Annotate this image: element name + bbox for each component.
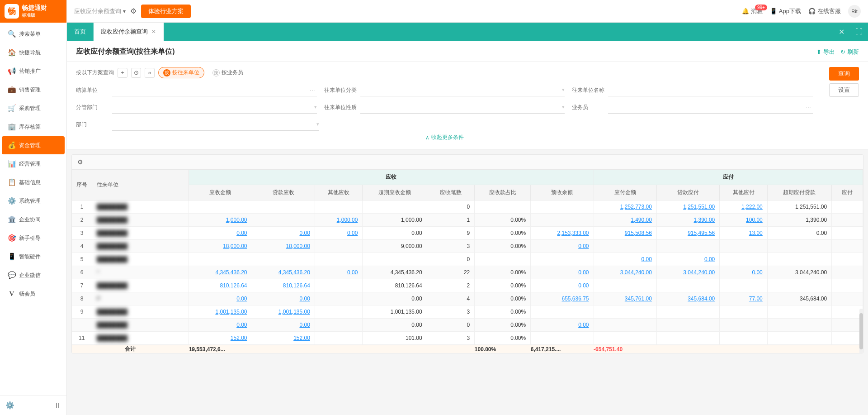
cell-ap-other[interactable] [720,319,768,332]
sidebar-item-member[interactable]: V 畅会员 [2,285,65,303]
cell-ar-amt[interactable]: 4,345,436.20 [189,266,252,279]
cell-ar-amt[interactable]: 810,126.64 [189,279,252,292]
table-settings-icon[interactable]: ⚙ [77,158,83,166]
cell-ap-other[interactable] [720,240,768,253]
sidebar-item-finance[interactable]: 💰 资金管理 [2,136,65,154]
collapse-icon[interactable]: ⏸ [52,400,63,411]
cell-ar-prepay[interactable]: 0.00 [531,279,594,292]
cell-ap-other[interactable]: 13.00 [720,227,768,240]
cell-ap-other[interactable]: 77.00 [720,292,768,305]
cell-ar-other[interactable] [315,279,363,292]
partner-type-select[interactable]: ▾ [360,101,565,114]
cell-ap-amt[interactable] [594,319,656,332]
cell-ar-prepay[interactable] [531,305,594,319]
cell-ar-other[interactable]: 0.00 [315,266,363,279]
breadcrumb-dropdown-icon[interactable]: ▾ [123,8,126,14]
tab-maximize-icon[interactable]: ⛶ [850,23,868,41]
tab-home[interactable]: 首页 [67,23,94,41]
cta-button[interactable]: 体验行业方案 [141,5,191,18]
cell-ap-amt[interactable]: 1,490.00 [594,214,656,227]
sidebar-item-system[interactable]: ⚙️ 系统管理 [2,192,65,210]
tab-close-icon[interactable]: ✕ [151,29,156,35]
cell-ar-loan[interactable] [252,214,315,227]
settlement-unit-input[interactable]: ··· [112,84,317,96]
sidebar-item-wechat[interactable]: 💬 企业微信 [2,266,65,284]
cell-ap-amt[interactable]: 1,252,773.00 [594,200,656,214]
dept-select[interactable]: ▾ [112,101,317,114]
cell-ar-loan[interactable]: 152.00 [252,332,315,345]
partner-name-input[interactable] [608,84,813,96]
cell-ar-amt[interactable]: 0.00 [189,292,252,305]
cell-ap-other[interactable] [720,253,768,266]
cell-ap-loan[interactable]: 345,684.00 [656,292,719,305]
cell-ar-loan[interactable]: 0.00 [252,319,315,332]
cell-ar-amt[interactable] [189,253,252,266]
cell-ap-loan[interactable] [656,279,719,292]
cell-ar-other[interactable]: 1,000.00 [315,214,363,227]
tab-arquery[interactable]: 应收应付余额查询 ✕ [94,23,164,41]
sidebar-item-corp[interactable]: 🏛️ 企业协同 [2,210,65,229]
cell-ap-loan[interactable]: 1,251,551.00 [656,200,719,214]
cell-ar-other[interactable] [315,292,363,305]
scrollbar-thumb[interactable] [859,313,863,349]
tab-by-partner[interactable]: 按 按往来单位 [158,67,204,78]
refresh-button[interactable]: ↻ 刷新 [840,48,859,56]
filter-settings-button[interactable]: 设置 [829,83,859,97]
cell-ap-other[interactable]: 1,222.00 [720,200,768,214]
cell-ap-amt[interactable] [594,240,656,253]
cell-ap-amt[interactable] [594,279,656,292]
cell-ar-loan[interactable]: 0.00 [252,292,315,305]
cell-ar-amt[interactable]: 18,000.00 [189,240,252,253]
cell-ap-loan[interactable]: 1,390.00 [656,214,719,227]
cell-ar-loan[interactable]: 810,126.64 [252,279,315,292]
cell-ar-loan[interactable] [252,200,315,214]
online-service-button[interactable]: 🎧 在线客服 [808,7,841,15]
cell-ap-loan[interactable] [656,319,719,332]
query-button[interactable]: 查询 [829,67,859,81]
cell-ar-prepay[interactable]: 0.00 [531,240,594,253]
cell-ar-loan[interactable]: 18,000.00 [252,240,315,253]
filter-settings-btn[interactable]: ⊙ [131,68,141,78]
sidebar-item-purchase[interactable]: 🛒 采购管理 [2,99,65,117]
cell-ap-other[interactable]: 100.00 [720,214,768,227]
cell-ar-prepay[interactable]: 2,153,333.00 [531,227,594,240]
sidebar-item-basic[interactable]: 📋 基础信息 [2,173,65,191]
cell-ar-amt[interactable]: 152.00 [189,332,252,345]
cell-ar-amt[interactable] [189,200,252,214]
tab-by-salesperson[interactable]: 按 按业务员 [208,67,248,78]
partner-category-select[interactable]: ▾ [360,84,565,96]
cell-ar-prepay[interactable] [531,253,594,266]
cell-ar-amt[interactable]: 0.00 [189,319,252,332]
cell-ap-loan[interactable] [656,305,719,319]
cell-ap-amt[interactable]: 345,761.00 [594,292,656,305]
message-button[interactable]: 🔔 消息 99+ [742,7,763,15]
cell-ar-prepay[interactable]: 655,636.75 [531,292,594,305]
cell-ar-prepay[interactable]: 0.00 [531,319,594,332]
sidebar-item-hardware[interactable]: 📱 智能硬件 [2,248,65,266]
cell-ap-loan[interactable]: 0.00 [656,253,719,266]
cell-ar-other[interactable] [315,332,363,345]
salesperson-input[interactable]: ··· [608,101,813,114]
subdept-select[interactable]: ▾ [112,118,319,131]
cell-ar-prepay[interactable] [531,214,594,227]
cell-ar-other[interactable] [315,200,363,214]
collapse-filter-btn[interactable]: ∧ 收起更多条件 [76,131,813,144]
topbar-settings-icon[interactable]: ⚙ [130,7,137,15]
cell-ap-loan[interactable]: 3,044,240.00 [656,266,719,279]
cell-ap-loan[interactable] [656,240,719,253]
cell-ar-amt[interactable]: 1,001,135.00 [189,305,252,319]
cell-ar-loan[interactable] [252,253,315,266]
cell-ap-amt[interactable]: 3,044,240.00 [594,266,656,279]
add-filter-btn[interactable]: + [118,68,127,78]
cell-ar-amt[interactable]: 1,000.00 [189,214,252,227]
cell-ap-other[interactable] [720,305,768,319]
cell-ar-other[interactable] [315,319,363,332]
cell-ar-other[interactable] [315,253,363,266]
cell-ap-amt[interactable] [594,332,656,345]
filter-back-btn[interactable]: « [145,68,155,78]
sidebar-item-quicknav[interactable]: 🏠 快捷导航 [2,43,65,62]
cell-ar-loan[interactable]: 1,001,135.00 [252,305,315,319]
cell-ar-prepay[interactable] [531,332,594,345]
cell-ap-other[interactable] [720,279,768,292]
settings-bottom-icon[interactable]: ⚙️ [4,399,16,411]
